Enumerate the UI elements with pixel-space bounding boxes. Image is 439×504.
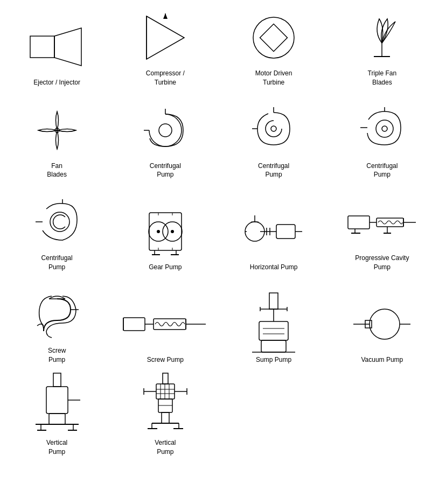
svg-marker-3 xyxy=(147,16,184,59)
item-vertical-pump-1[interactable]: VerticalPump xyxy=(5,375,108,462)
svg-point-32 xyxy=(157,230,160,233)
symbol-progressive-cavity-pump xyxy=(350,195,414,249)
label-vacuum-pump: Vacuum Pump xyxy=(361,355,403,365)
svg-rect-47 xyxy=(348,216,370,229)
svg-rect-0 xyxy=(30,36,54,58)
item-vertical-pump-2[interactable]: VerticalPump xyxy=(114,375,217,462)
item-centrifugal-pump-3[interactable]: CentrifugalPump xyxy=(331,98,434,185)
item-screw-pump-1[interactable]: ScrewPump xyxy=(5,283,108,370)
label-triple-fan-blades: Triple FanBlades xyxy=(368,69,397,87)
svg-point-20 xyxy=(376,120,393,137)
svg-point-33 xyxy=(171,230,174,233)
item-screw-pump-2[interactable]: Screw Pump xyxy=(114,283,217,370)
label-centrifugal-pump-2: CentrifugalPump xyxy=(258,162,289,180)
symbol-triple-fan-blades xyxy=(350,11,414,65)
label-progressive-cavity-pump: Progressive CavityPump xyxy=(355,254,409,272)
svg-rect-58 xyxy=(123,318,145,331)
svg-marker-1 xyxy=(54,28,81,66)
item-fan-blades[interactable]: FanBlades xyxy=(5,98,108,185)
symbol-motor-driven-turbine xyxy=(241,11,306,65)
label-fan-blades: FanBlades xyxy=(47,162,67,180)
symbol-sump-pump xyxy=(241,297,306,351)
svg-rect-70 xyxy=(261,340,286,352)
item-gear-pump[interactable]: Gear Pump xyxy=(114,190,217,277)
item-triple-fan-blades[interactable]: Triple FanBlades xyxy=(331,5,434,93)
symbol-centrifugal-pump-3 xyxy=(350,103,414,157)
label-compressor-turbine: Compressor /Turbine xyxy=(146,69,185,87)
svg-point-21 xyxy=(382,126,387,131)
label-horizontal-pump: Horizontal Pump xyxy=(250,263,298,272)
item-compressor-turbine[interactable]: Compressor /Turbine xyxy=(114,5,217,93)
symbol-gear-pump xyxy=(133,205,198,258)
svg-rect-64 xyxy=(269,293,278,309)
item-centrifugal-pump-1[interactable]: CentrifugalPump xyxy=(114,98,217,185)
symbol-centrifugal-pump-4 xyxy=(25,195,89,249)
symbol-screw-pump-2 xyxy=(133,297,198,351)
label-ejector-injector: Ejector / Injector xyxy=(33,78,80,87)
label-vertical-pump-1: VerticalPump xyxy=(46,438,67,457)
svg-rect-88 xyxy=(156,384,175,399)
symbol-centrifugal-pump-2 xyxy=(241,103,306,157)
svg-point-17 xyxy=(271,126,276,131)
item-centrifugal-pump-2[interactable]: CentrifugalPump xyxy=(222,98,325,185)
svg-rect-8 xyxy=(260,24,288,52)
label-centrifugal-pump-3: CentrifugalPump xyxy=(366,162,398,180)
item-sump-pump[interactable]: Sump Pump xyxy=(222,283,325,370)
svg-point-74 xyxy=(370,309,400,339)
item-motor-driven-turbine[interactable]: Motor DrivenTurbine xyxy=(222,5,325,93)
item-centrifugal-pump-4[interactable]: CentrifugalPump xyxy=(5,190,108,277)
label-centrifugal-pump-1: CentrifugalPump xyxy=(150,162,181,180)
symbol-horizontal-pump xyxy=(241,205,306,258)
symbol-screw-pump-1 xyxy=(25,288,89,342)
label-motor-driven-turbine: Motor DrivenTurbine xyxy=(255,69,292,87)
label-sump-pump: Sump Pump xyxy=(256,355,291,365)
svg-rect-69 xyxy=(259,321,288,340)
symbol-grid: Ejector / Injector Compressor /Turbine xyxy=(0,0,439,467)
item-progressive-cavity-pump[interactable]: Progressive CavityPump xyxy=(331,190,434,277)
svg-rect-87 xyxy=(163,373,168,384)
symbol-compressor-turbine xyxy=(133,11,198,65)
symbol-centrifugal-pump-1 xyxy=(133,103,198,157)
svg-point-14 xyxy=(159,124,172,137)
label-centrifugal-pump-4: CentrifugalPump xyxy=(41,254,73,272)
item-ejector-injector[interactable]: Ejector / Injector xyxy=(5,5,108,93)
symbol-ejector-injector xyxy=(25,20,89,74)
svg-rect-38 xyxy=(276,225,295,239)
label-gear-pump: Gear Pump xyxy=(149,263,182,272)
symbol-vertical-pump-1 xyxy=(25,380,89,434)
item-vacuum-pump[interactable]: Vacuum Pump xyxy=(331,283,434,370)
svg-marker-6 xyxy=(163,13,168,19)
label-screw-pump-1: ScrewPump xyxy=(48,346,66,365)
svg-rect-81 xyxy=(49,414,65,424)
symbol-fan-blades xyxy=(25,103,89,157)
svg-rect-78 xyxy=(53,373,61,387)
symbol-vacuum-pump xyxy=(350,297,414,351)
label-vertical-pump-2: VerticalPump xyxy=(155,438,176,457)
svg-rect-79 xyxy=(46,387,68,414)
svg-rect-100 xyxy=(162,412,169,423)
svg-rect-25 xyxy=(149,213,182,250)
svg-point-7 xyxy=(253,17,294,58)
item-horizontal-pump[interactable]: Horizontal Pump xyxy=(222,190,325,277)
symbol-vertical-pump-2 xyxy=(133,380,198,434)
label-screw-pump-2: Screw Pump xyxy=(147,355,184,365)
